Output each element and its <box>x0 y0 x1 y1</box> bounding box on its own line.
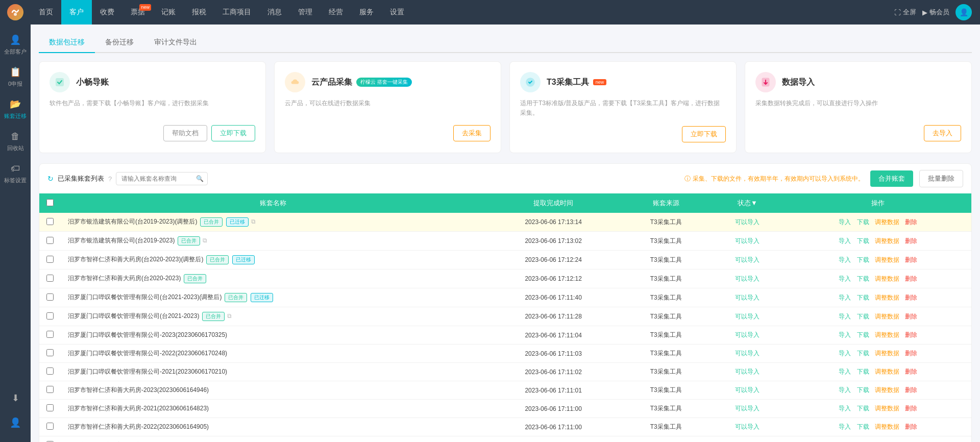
download-link[interactable]: 下载 <box>857 386 869 394</box>
import-link[interactable]: 导入 <box>839 368 851 375</box>
row-checkbox[interactable] <box>46 293 54 301</box>
delete-link[interactable]: 删除 <box>905 350 917 357</box>
refresh-icon[interactable]: ↻ <box>47 175 54 183</box>
download-link[interactable]: 下载 <box>857 294 869 301</box>
search-input[interactable] <box>116 172 208 185</box>
nav-manage[interactable]: 管理 <box>290 0 321 24</box>
batch-delete-button[interactable]: 批量删除 <box>919 170 963 187</box>
helpdoc-button[interactable]: 帮助文档 <box>163 125 207 141</box>
delete-link[interactable]: 删除 <box>905 331 917 338</box>
import-link[interactable]: 导入 <box>839 405 851 412</box>
member-button[interactable]: ▶ 畅会员 <box>922 8 949 17</box>
delete-link[interactable]: 删除 <box>905 294 917 301</box>
download-link[interactable]: 下载 <box>857 256 869 263</box>
row-checkbox[interactable] <box>46 237 54 244</box>
sidebar-user[interactable]: 👤 <box>0 411 31 434</box>
download-link[interactable]: 下载 <box>857 237 869 244</box>
help-icon[interactable]: ? <box>108 175 112 183</box>
copy-icon[interactable]: ⧉ <box>203 237 207 244</box>
delete-link[interactable]: 删除 <box>905 237 917 244</box>
copy-icon[interactable]: ⧉ <box>251 218 256 225</box>
merge-accountset-button[interactable]: 合并账套 <box>870 170 913 187</box>
sidebar-item-tags[interactable]: 🏷 标签设置 <box>0 157 31 189</box>
import-link[interactable]: 导入 <box>839 331 851 338</box>
adjust-link[interactable]: 调整数据 <box>875 218 899 226</box>
adjust-link[interactable]: 调整数据 <box>875 368 899 375</box>
adjust-link[interactable]: 调整数据 <box>875 331 899 338</box>
adjust-link[interactable]: 调整数据 <box>875 275 899 282</box>
sidebar-item-zerodeclar[interactable]: 📋 0申报 <box>0 61 31 93</box>
import-link[interactable]: 导入 <box>839 294 851 301</box>
download-link[interactable]: 下载 <box>857 218 869 226</box>
row-checkbox[interactable] <box>46 275 54 282</box>
adjust-link[interactable]: 调整数据 <box>875 237 899 244</box>
import-link[interactable]: 导入 <box>839 386 851 394</box>
goto-import-button[interactable]: 去导入 <box>924 125 961 141</box>
delete-link[interactable]: 删除 <box>905 275 917 282</box>
copy-icon[interactable]: ⧉ <box>227 312 232 320</box>
tab-datapackage[interactable]: 数据包迁移 <box>39 33 95 53</box>
row-checkbox[interactable] <box>46 386 54 393</box>
download-now-button[interactable]: 立即下载 <box>211 125 255 141</box>
nav-tax[interactable]: 报税 <box>184 0 214 24</box>
import-link[interactable]: 导入 <box>839 237 851 244</box>
goto-collect-button[interactable]: 去采集 <box>453 125 491 141</box>
row-checkbox[interactable] <box>46 256 54 263</box>
col-checkbox[interactable] <box>39 193 61 213</box>
import-link[interactable]: 导入 <box>839 275 851 282</box>
import-link[interactable]: 导入 <box>839 423 851 430</box>
logo-area[interactable] <box>0 0 31 24</box>
delete-link[interactable]: 删除 <box>905 405 917 412</box>
nav-bookkeep[interactable]: 记账 <box>153 0 184 24</box>
nav-service[interactable]: 服务 <box>351 0 382 24</box>
sidebar-item-trash[interactable]: 🗑 回收站 <box>0 125 31 157</box>
row-checkbox[interactable] <box>46 367 54 375</box>
adjust-link[interactable]: 调整数据 <box>875 256 899 263</box>
sidebar-download[interactable]: ⬇ <box>0 387 31 409</box>
import-link[interactable]: 导入 <box>839 256 851 263</box>
row-checkbox[interactable] <box>46 349 54 356</box>
row-checkbox[interactable] <box>46 423 54 430</box>
sidebar-item-migration[interactable]: 📂 账套迁移 <box>0 93 31 125</box>
nav-client[interactable]: 客户 <box>61 0 92 24</box>
nav-biz[interactable]: 工商项目 <box>214 0 259 24</box>
user-avatar[interactable]: 👤 <box>955 4 972 20</box>
delete-link[interactable]: 删除 <box>905 218 917 226</box>
download-link[interactable]: 下载 <box>857 405 869 412</box>
select-all-checkbox[interactable] <box>46 199 54 206</box>
adjust-link[interactable]: 调整数据 <box>875 313 899 320</box>
download-link[interactable]: 下载 <box>857 331 869 338</box>
tab-backup[interactable]: 备份迁移 <box>95 33 144 53</box>
adjust-link[interactable]: 调整数据 <box>875 350 899 357</box>
delete-link[interactable]: 删除 <box>905 423 917 430</box>
nav-msg[interactable]: 消息 <box>259 0 290 24</box>
row-checkbox[interactable] <box>46 218 54 225</box>
nav-ticket[interactable]: 票据 new <box>122 0 153 24</box>
import-link[interactable]: 导入 <box>839 350 851 357</box>
row-checkbox[interactable] <box>46 312 54 320</box>
adjust-link[interactable]: 调整数据 <box>875 386 899 394</box>
download-link[interactable]: 下载 <box>857 423 869 430</box>
row-checkbox[interactable] <box>46 404 54 411</box>
delete-link[interactable]: 删除 <box>905 386 917 394</box>
adjust-link[interactable]: 调整数据 <box>875 423 899 430</box>
download-link[interactable]: 下载 <box>857 350 869 357</box>
tab-audit[interactable]: 审计文件导出 <box>144 33 207 53</box>
adjust-link[interactable]: 调整数据 <box>875 405 899 412</box>
nav-home[interactable]: 首页 <box>31 0 61 24</box>
delete-link[interactable]: 删除 <box>905 313 917 320</box>
col-status[interactable]: 状态▼ <box>710 193 785 213</box>
delete-link[interactable]: 删除 <box>905 256 917 263</box>
import-link[interactable]: 导入 <box>839 313 851 320</box>
nav-settings[interactable]: 设置 <box>382 0 412 24</box>
delete-link[interactable]: 删除 <box>905 368 917 375</box>
sidebar-item-allclient[interactable]: 👤 全部客户 <box>0 29 31 61</box>
adjust-link[interactable]: 调整数据 <box>875 294 899 301</box>
import-link[interactable]: 导入 <box>839 218 851 226</box>
download-link[interactable]: 下载 <box>857 368 869 375</box>
t3-download-button[interactable]: 立即下载 <box>682 126 726 142</box>
fullscreen-button[interactable]: ⛶ 全屏 <box>894 8 916 17</box>
nav-ops[interactable]: 经营 <box>321 0 351 24</box>
row-checkbox[interactable] <box>46 331 54 338</box>
download-link[interactable]: 下载 <box>857 313 869 320</box>
